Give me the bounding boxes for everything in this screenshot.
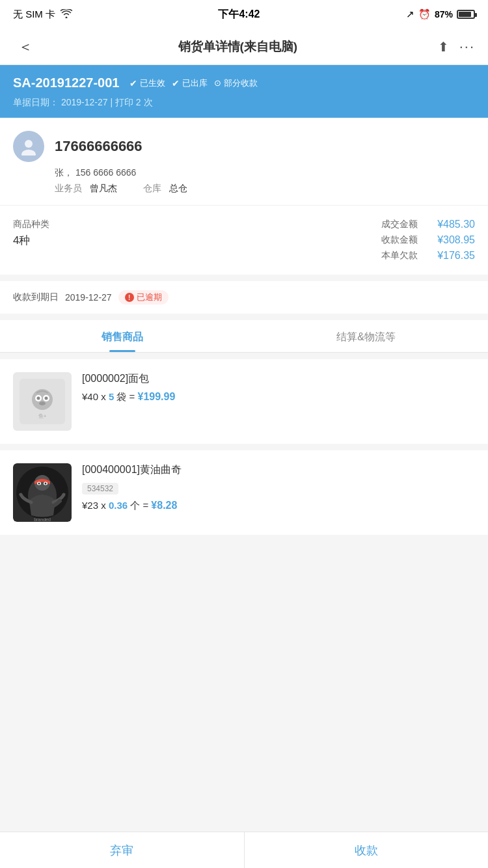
- customer-meta: 业务员 曾凡杰 仓库 总仓: [55, 183, 475, 195]
- tabs-header: 销售商品 结算&物流等: [0, 320, 488, 353]
- badge-shipped: ✔ 已出库: [172, 77, 208, 89]
- product-list: 鱼+ [0000002]面包 ¥40 x 5 袋 = ¥199.99: [0, 353, 488, 587]
- deal-amount-row: 成交金额 ¥485.30: [381, 219, 475, 230]
- product-name-1: [0000002]面包: [82, 372, 475, 386]
- stats-section: 商品种类 4种 成交金额 ¥485.30 收款金额 ¥308.95 本单欠款 ¥…: [0, 206, 488, 275]
- tabs-section: 销售商品 结算&物流等: [0, 320, 488, 353]
- product-item: 鱼+ [0000002]面包 ¥40 x 5 袋 = ¥199.99: [0, 359, 488, 444]
- sales-name: 曾凡杰: [90, 183, 117, 193]
- product-qty-2: 0.36: [109, 500, 128, 511]
- product-qty-1: 5: [109, 391, 114, 402]
- product-total-1: ¥199.99: [138, 391, 176, 402]
- status-time: 下午4:42: [218, 8, 260, 21]
- product-item-2: branded [000400001]黄油曲奇 534532 ¥23 x 0.3…: [0, 450, 488, 535]
- order-id: SA-20191227-001: [13, 75, 119, 90]
- svg-point-17: [45, 483, 47, 485]
- share-icon[interactable]: ⬆: [438, 39, 449, 55]
- battery-icon: [457, 10, 475, 19]
- overdue-badge: ! 已逾期: [118, 290, 169, 305]
- warehouse-label: 仓库: [143, 183, 161, 193]
- customer-section: 17666666666 张， 156 6666 6666 业务员 曾凡杰 仓库 …: [0, 118, 488, 275]
- customer-phone: 17666666666: [55, 138, 142, 155]
- customer-name-phone: 张， 156 6666 6666: [55, 167, 475, 179]
- debt-amount-row: 本单欠款 ¥176.35: [381, 250, 475, 262]
- badge-partial-payment: ⊙ 部分收款: [214, 77, 258, 89]
- status-bar: 无 SIM 卡 下午4:42 ↗ ⏰ 87%: [0, 0, 488, 29]
- svg-point-0: [25, 140, 33, 148]
- svg-text:鱼+: 鱼+: [38, 413, 47, 419]
- overdue-warning-icon: !: [125, 293, 134, 302]
- product-price-2: ¥23 x 0.36 个 = ¥8.28: [82, 500, 475, 512]
- collect-payment-button[interactable]: 收款: [245, 832, 489, 868]
- page-title: 销货单详情(来自电脑): [178, 38, 298, 55]
- nav-actions: ⬆ ···: [438, 38, 475, 55]
- due-date-section: 收款到期日 2019-12-27 ! 已逾期: [0, 281, 488, 314]
- tab-settlement-logistics[interactable]: 结算&物流等: [244, 320, 488, 352]
- product-info-1: [0000002]面包 ¥40 x 5 袋 = ¥199.99: [82, 372, 475, 403]
- more-icon[interactable]: ···: [459, 38, 475, 55]
- carrier-text: 无 SIM 卡: [13, 8, 55, 21]
- sales-label: 业务员: [55, 183, 82, 193]
- product-name-2: [000400001]黄油曲奇: [82, 463, 475, 477]
- location-icon: ↗: [406, 8, 414, 20]
- clock-icon: ⊙: [214, 78, 221, 88]
- receipt-amount-row: 收款金额 ¥308.95: [381, 234, 475, 246]
- status-right: ↗ ⏰ 87%: [406, 8, 475, 20]
- svg-point-1: [21, 150, 36, 156]
- avatar: [13, 131, 44, 162]
- product-total-2: ¥8.28: [151, 500, 177, 511]
- svg-point-7: [45, 397, 48, 400]
- product-image-2: branded: [13, 463, 72, 522]
- check-icon-2: ✔: [172, 78, 180, 88]
- status-left: 无 SIM 卡: [13, 8, 72, 21]
- badge-effective: ✔ 已生效: [129, 77, 165, 89]
- customer-detail: 张， 156 6666 6666 业务员 曾凡杰 仓库 总仓: [13, 167, 475, 195]
- product-count: 商品种类 4种: [13, 219, 49, 248]
- due-label: 收款到期日: [13, 292, 59, 303]
- check-icon-1: ✔: [129, 78, 137, 88]
- header-banner: SA-20191227-001 ✔ 已生效 ✔ 已出库 ⊙ 部分收款 单据日期：…: [0, 65, 488, 118]
- battery-percent: 87%: [435, 9, 453, 20]
- financial-stats: 成交金额 ¥485.30 收款金额 ¥308.95 本单欠款 ¥176.35: [381, 219, 475, 262]
- nav-bar: ＜ 销货单详情(来自电脑) ⬆ ···: [0, 29, 488, 65]
- due-date: 2019-12-27: [65, 292, 112, 303]
- svg-text:branded: branded: [34, 517, 51, 522]
- svg-point-16: [38, 483, 40, 485]
- back-button[interactable]: ＜: [13, 32, 38, 62]
- tab-sales-products[interactable]: 销售商品: [0, 320, 244, 352]
- product-image-1: 鱼+: [13, 372, 72, 431]
- order-date-row: 单据日期： 2019-12-27 | 打印 2 次: [13, 97, 475, 109]
- svg-point-6: [37, 397, 40, 400]
- product-info-2: [000400001]黄油曲奇 534532 ¥23 x 0.36 个 = ¥8…: [82, 463, 475, 512]
- status-badges: ✔ 已生效 ✔ 已出库 ⊙ 部分收款: [129, 77, 258, 89]
- svg-point-3: [32, 389, 53, 410]
- product-price-1: ¥40 x 5 袋 = ¥199.99: [82, 391, 475, 403]
- alarm-icon: ⏰: [418, 8, 431, 20]
- svg-point-8: [39, 401, 46, 405]
- wifi-icon: [61, 9, 72, 20]
- reject-review-button[interactable]: 弃审: [0, 832, 245, 868]
- product-tag-2: 534532: [82, 483, 118, 495]
- warehouse-name: 总仓: [169, 183, 187, 193]
- bottom-bar: 弃审 收款: [0, 832, 488, 868]
